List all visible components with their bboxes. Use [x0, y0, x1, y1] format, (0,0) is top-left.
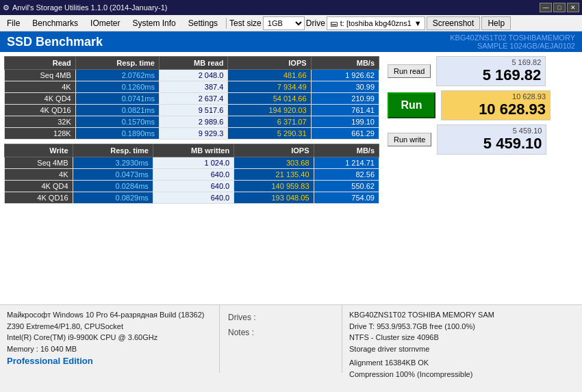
col-iops-r: IOPS	[228, 57, 311, 70]
read-table-row: 4K QD160.0821ms9 517.6194 920.03761.41	[5, 105, 379, 116]
total-score-box: 10 628.93 10 628.93	[441, 90, 551, 120]
read-table-row: 32K0.1570ms2 989.66 371.07199.10	[5, 116, 379, 128]
read-cell: 0.1260ms	[75, 81, 159, 93]
col-resp-time-w: Resp. time	[73, 144, 153, 157]
run-button[interactable]: Run	[388, 92, 435, 118]
read-cell: 9 517.6	[159, 105, 227, 116]
read-score-large: 5 169.82	[483, 66, 542, 84]
read-cell: 210.99	[311, 93, 379, 105]
write-table-row: Seq 4MB3.2930ms1 024.0303.681 214.71	[5, 157, 379, 169]
menu-file[interactable]: File	[1, 17, 25, 29]
write-score-box: 5 459.10 5 459.10	[437, 125, 546, 155]
sys-line1: Майкрософт Windows 10 Pro 64-разрядная B…	[7, 309, 212, 321]
read-cell: 2 637.4	[159, 93, 227, 105]
write-table: Write Resp. time MB written IOPS MB/s Se…	[4, 144, 379, 204]
close-button[interactable]: ✕	[567, 3, 579, 12]
write-cell: Seq 4MB	[5, 157, 73, 169]
testsize-label: Test size	[229, 18, 262, 28]
ssd-title: SSD Benchmark	[7, 35, 103, 49]
maximize-button[interactable]: □	[553, 3, 566, 12]
read-cell: 128K	[5, 128, 76, 140]
sys-line3: Intel(R) Core(TM) i9-9900K CPU @ 3.60GHz	[7, 332, 212, 343]
read-cell: 0.1570ms	[75, 116, 159, 128]
app-icon: ⚙	[3, 3, 10, 12]
col-mb-written: MB written	[153, 144, 233, 157]
col-read: Read	[5, 57, 76, 70]
write-table-row: 4K QD160.0829ms640.0193 048.05754.09	[5, 192, 379, 204]
bottom-left: Майкрософт Windows 10 Pro 64-разрядная B…	[0, 305, 219, 373]
drive-info-line1: KBG40ZNS1T02 TOSHIBA MEMORY SAM	[349, 309, 575, 321]
run-read-button[interactable]: Run read	[388, 64, 431, 78]
read-cell: 9 929.3	[159, 128, 227, 140]
menu-settings[interactable]: Settings	[183, 17, 223, 29]
read-cell: 661.29	[311, 128, 379, 140]
read-cell: 4K QD16	[5, 105, 76, 116]
title-bar-left: ⚙ Anvil's Storage Utilities 1.1.0 (2014-…	[3, 3, 167, 12]
drive-icon: 🖴	[330, 19, 338, 27]
write-cell: 193 048.05	[234, 192, 314, 204]
write-cell: 754.09	[314, 192, 379, 204]
right-panel: Run read 5 169.82 5 169.82 Run 10 628.93…	[383, 52, 582, 304]
write-cell: 550.62	[314, 181, 379, 192]
ssd-header: SSD Benchmark KBG40ZNS1T02 TOSHIBAMEMORY…	[0, 31, 582, 52]
write-cell: 21 135.40	[234, 169, 314, 181]
menu-iometer[interactable]: IOmeter	[85, 17, 125, 29]
read-table-row: 128K0.1890ms9 929.35 290.31661.29	[5, 128, 379, 140]
bottom-right: KBG40ZNS1T02 TOSHIBA MEMORY SAM Drive T:…	[342, 305, 582, 373]
write-cell: 3.2930ms	[73, 157, 153, 169]
title-bar: ⚙ Anvil's Storage Utilities 1.1.0 (2014-…	[0, 0, 582, 15]
read-cell: 2 048.0	[159, 70, 227, 81]
read-cell: 30.99	[311, 81, 379, 93]
drives-label: Drives :	[228, 311, 333, 326]
read-cell: 194 920.03	[228, 105, 311, 116]
read-score-box: 5 169.82 5 169.82	[436, 56, 546, 86]
table-area: Read Resp. time MB read IOPS MB/s Seq 4M…	[0, 52, 383, 304]
sys-line2: Z390 Extreme4/P1.80, CPUSocket	[7, 321, 212, 332]
read-table: Read Resp. time MB read IOPS MB/s Seq 4M…	[4, 56, 379, 140]
read-cell: Seq 4MB	[5, 70, 76, 81]
write-cell: 140 959.83	[234, 181, 314, 192]
screenshot-button[interactable]: Screenshot	[427, 16, 481, 30]
ssd-info: KBG40ZNS1T02 TOSHIBAMEMORY SAMPLE 1024GB…	[450, 34, 575, 50]
minimize-button[interactable]: —	[540, 3, 552, 12]
menu-separator	[226, 18, 227, 29]
write-cell: 0.0284ms	[73, 181, 153, 192]
read-cell: 32K	[5, 116, 76, 128]
run-write-row: Run write 5 459.10 5 459.10	[388, 125, 578, 155]
pro-edition-label: Professional Edition	[7, 354, 212, 368]
read-cell: 6 371.07	[228, 116, 311, 128]
write-score-small: 5 459.10	[513, 127, 542, 135]
run-row: Run 10 628.93 10 628.93	[388, 90, 578, 120]
read-table-row: 4K0.1260ms387.47 934.4930.99	[5, 81, 379, 93]
app-title: Anvil's Storage Utilities 1.1.0 (2014-Ja…	[12, 3, 167, 12]
read-cell: 5 290.31	[228, 128, 311, 140]
help-button[interactable]: Help	[481, 16, 511, 30]
read-cell: 0.0741ms	[75, 93, 159, 105]
read-cell: 4K QD4	[5, 93, 76, 105]
write-cell: 0.0473ms	[73, 169, 153, 181]
drive-selector[interactable]: 🖴 t: [toshiba kbg40zns1 ▼	[327, 16, 425, 30]
testsize-select[interactable]: 1GB 512MB 256MB	[263, 16, 305, 30]
drive-info-line4: Storage driver stornvme	[349, 343, 575, 355]
write-cell: 4K	[5, 169, 73, 181]
read-cell: 0.0821ms	[75, 105, 159, 116]
drive-info-line7: Compression 100% (Incompressible)	[349, 369, 575, 380]
bottom-area: Майкрософт Windows 10 Pro 64-разрядная B…	[0, 304, 582, 373]
menu-benchmarks[interactable]: Benchmarks	[27, 17, 84, 29]
main-content: Read Resp. time MB read IOPS MB/s Seq 4M…	[0, 52, 582, 304]
col-resp-time-r: Resp. time	[75, 57, 159, 70]
bottom-drives: Drives : Notes :	[219, 305, 342, 373]
read-cell: 761.41	[311, 105, 379, 116]
run-read-row: Run read 5 169.82 5 169.82	[388, 56, 578, 86]
read-cell: 2 989.6	[159, 116, 227, 128]
read-cell: 2.0762ms	[75, 70, 159, 81]
drive-value: t: [toshiba kbg40zns1	[340, 19, 412, 27]
menu-sysinfo[interactable]: System Info	[127, 17, 181, 29]
read-cell: 481.66	[228, 70, 311, 81]
col-iops-w: IOPS	[234, 144, 314, 157]
read-score-small: 5 169.82	[511, 58, 541, 66]
run-write-button[interactable]: Run write	[388, 133, 431, 146]
write-cell: 0.0829ms	[73, 192, 153, 204]
read-table-row: 4K QD40.0741ms2 637.454 014.66210.99	[5, 93, 379, 105]
write-table-row: 4K0.0473ms640.021 135.4082.56	[5, 169, 379, 181]
